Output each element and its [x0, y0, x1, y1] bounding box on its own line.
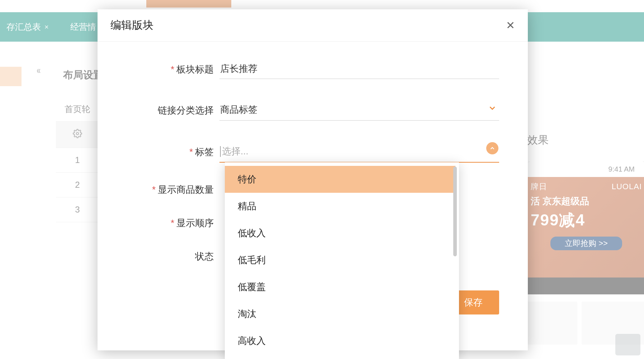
tag-select[interactable]: 选择...	[219, 141, 499, 163]
required-mark: *	[171, 64, 174, 75]
row-link-category: 链接分类选择 商品标签	[126, 100, 499, 121]
chevron-down-icon	[488, 103, 497, 113]
link-category-select[interactable]: 商品标签	[219, 100, 499, 121]
label-link-category: 链接分类选择	[126, 104, 219, 117]
label-product-count: *显示商品数量	[126, 183, 219, 196]
dropdown-option[interactable]: 低毛利	[225, 247, 455, 274]
text-caret	[220, 146, 221, 157]
dropdown-option[interactable]: 低收入	[225, 220, 455, 247]
required-mark: *	[152, 184, 156, 195]
scrollbar[interactable]	[453, 167, 457, 256]
label-tag: *标签	[126, 146, 219, 158]
dropdown-option[interactable]: 特价	[225, 166, 455, 193]
link-category-value: 商品标签	[220, 104, 257, 115]
row-tag: *标签 选择...	[126, 141, 499, 163]
edit-section-modal: 编辑版块 ✕ *板块标题 链接分类选择 商品标签	[98, 9, 528, 350]
required-mark: *	[171, 218, 174, 228]
dropdown-option[interactable]: 淘汰	[225, 300, 455, 327]
label-status: 状态	[126, 250, 219, 263]
required-mark: *	[189, 146, 193, 157]
modal-title: 编辑版块	[110, 18, 153, 33]
dropdown-option[interactable]: 精品	[225, 193, 455, 220]
close-icon[interactable]: ✕	[506, 20, 515, 31]
dropdown-option[interactable]: 低覆盖	[225, 274, 455, 300]
chevron-up-icon[interactable]	[486, 142, 498, 154]
label-order: *显示顺序	[126, 217, 219, 229]
label-section-title: *板块标题	[126, 63, 219, 76]
dropdown-option[interactable]: 高收入	[225, 327, 455, 354]
modal-header: 编辑版块 ✕	[98, 9, 528, 42]
dropdown-option[interactable]: 高毛利	[225, 354, 455, 359]
tag-dropdown-panel: 特价精品低收入低毛利低覆盖淘汰高收入高毛利	[225, 162, 459, 359]
row-section-title: *板块标题	[126, 60, 499, 79]
tag-placeholder: 选择...	[222, 145, 248, 158]
section-title-input[interactable]	[219, 60, 499, 79]
